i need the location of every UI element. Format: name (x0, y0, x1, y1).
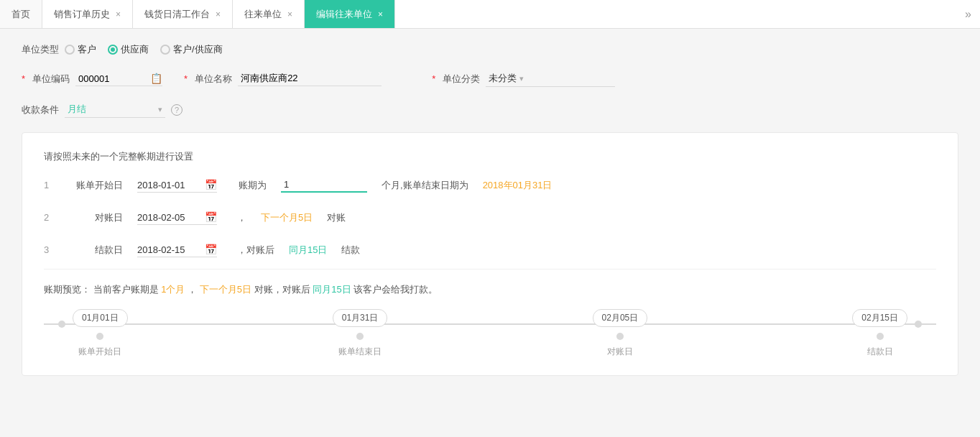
preview-highlight1: 1个月 (161, 284, 185, 295)
radio-both-circle (160, 45, 170, 55)
timeline-dot-2 (616, 333, 624, 340)
field-label-3: 结款日 (73, 244, 123, 257)
radio-customer-label: 客户 (78, 43, 96, 56)
radio-both[interactable]: 客户/供应商 (160, 43, 223, 56)
suffix-after-1: 个月,账单结束日期为 (382, 179, 468, 192)
calendar-icon-3[interactable]: 📅 (205, 244, 217, 255)
field-label-2: 对账日 (73, 211, 123, 224)
timeline-label-2: 对账日 (607, 346, 633, 358)
required-star-code: * (22, 73, 25, 84)
radio-customer[interactable]: 客户 (65, 43, 96, 56)
payment-condition-label: 收款条件 (22, 104, 59, 116)
date-input-2: 📅 (137, 210, 217, 225)
preview-label: 账期预览： (44, 284, 91, 295)
tab-close-counterparty[interactable]: × (287, 9, 292, 19)
preview-highlight3: 同月15日 (313, 284, 351, 295)
radio-supplier-circle (108, 45, 118, 55)
timeline-label-1: 账单结束日 (338, 346, 382, 358)
dropdown-arrow-payment: ▾ (158, 105, 162, 114)
date-input-3: 📅 (137, 242, 217, 257)
unit-code-group: * 单位编码 📋 (22, 72, 162, 86)
tab-edit-counterparty[interactable]: 编辑往来单位 × (305, 0, 395, 28)
radio-supplier[interactable]: 供应商 (108, 43, 149, 56)
tab-expand-button[interactable]: » (956, 0, 980, 28)
unit-code-input[interactable] (75, 72, 147, 86)
tab-close-edit-counterparty[interactable]: × (378, 9, 383, 19)
unit-type-row: 单位类型 客户 供应商 客户/供应商 (22, 43, 958, 56)
preview-text-before: 当前客户账期是 (93, 284, 159, 295)
period-input[interactable] (281, 178, 367, 193)
preview-text-end: 该客户会给我打款。 (353, 284, 438, 295)
timeline-label-0: 账单开始日 (78, 346, 121, 358)
preview-highlight2: 下一个月5日 (200, 284, 251, 295)
timeline-tag-1: 01月31日 (333, 309, 388, 327)
tab-sales-history[interactable]: 销售订单历史 × (42, 0, 133, 28)
help-icon-payment[interactable]: ? (171, 104, 182, 116)
row-num-3: 3 (44, 244, 58, 255)
main-content: 单位类型 客户 供应商 客户/供应商 * 单位编码 (0, 29, 980, 431)
timeline-tag-3: 02月15日 (852, 309, 907, 327)
date-field-3[interactable] (137, 244, 202, 255)
date-input-1: 📅 (137, 178, 217, 193)
billing-row-1: 1 账单开始日 📅 账期为 个月,账单结束日期为 2018年01月31日 (44, 178, 936, 193)
row-num-1: 1 (44, 180, 58, 190)
timeline-dot-1 (356, 333, 364, 340)
preview-text-mid2: 对账，对账后 (254, 284, 310, 295)
preview-text-mid1: ， (188, 284, 197, 295)
unit-type-radio-group: 客户 供应商 客户/供应商 (65, 43, 223, 56)
copy-icon[interactable]: 📋 (150, 73, 162, 84)
unit-name-input-wrap (238, 72, 382, 86)
tabs-bar: 首页 销售订单历史 × 钱货日清工作台 × 往来单位 × 编辑往来单位 × » (0, 0, 980, 29)
billing-section: 请按照未来的一个完整帐期进行设置 1 账单开始日 📅 账期为 个月,账单结束日期… (22, 132, 958, 376)
timeline-point-2: 02月05日 对账日 (593, 309, 648, 358)
timeline-point-1: 01月31日 账单结束日 (333, 309, 388, 358)
timeline-label-3: 结款日 (867, 346, 893, 358)
timeline-tag-2: 02月05日 (593, 309, 648, 327)
payment-condition-group: 收款条件 月结 ▾ ? (22, 101, 182, 118)
highlight-date-1: 2018年01月31日 (483, 179, 553, 192)
unit-code-label: 单位编码 (32, 73, 70, 86)
date-field-2[interactable] (137, 212, 202, 223)
timeline-point-3: 02月15日 结款日 (852, 309, 907, 358)
suffix-2-highlight: 下一个月5日 (261, 211, 313, 224)
date-field-1[interactable] (137, 180, 202, 190)
timeline-tag-0: 01月01日 (73, 309, 128, 327)
billing-row-3: 3 结款日 📅 ，对账后 同月15日 结款 (44, 242, 936, 257)
unit-category-value: 未分类 (489, 72, 517, 85)
dropdown-arrow-category: ▾ (519, 74, 524, 83)
unit-category-group: * 单位分类 未分类 ▾ (432, 70, 615, 87)
field-label-1: 账单开始日 (73, 179, 123, 192)
tab-counterparty[interactable]: 往来单位 × (233, 0, 305, 28)
timeline-point-0: 01月01日 账单开始日 (73, 309, 128, 358)
radio-both-label: 客户/供应商 (173, 43, 223, 56)
payment-condition-value: 月结 (68, 103, 155, 116)
suffix-2-part1: ， (237, 211, 246, 224)
tab-close-sales-history[interactable]: × (116, 9, 121, 19)
tab-close-daily-work[interactable]: × (216, 9, 221, 19)
required-star-name: * (184, 73, 188, 84)
unit-code-input-wrap: 📋 (75, 72, 162, 86)
calendar-icon-1[interactable]: 📅 (205, 179, 217, 190)
suffix-3-highlight: 同月15日 (289, 244, 327, 257)
calendar-icon-2[interactable]: 📅 (205, 211, 217, 223)
timeline-points: 01月01日 账单开始日 01月31日 账单结束日 02月05日 对账日 02月… (44, 309, 936, 358)
radio-customer-circle (65, 45, 75, 55)
timeline-dot-3 (877, 333, 884, 340)
payment-row: 收款条件 月结 ▾ ? (22, 101, 958, 118)
timeline: 01月01日 账单开始日 01月31日 账单结束日 02月05日 对账日 02月… (44, 309, 936, 358)
unit-type-group: 单位类型 客户 供应商 客户/供应商 (22, 43, 223, 56)
suffix-3-part1: ，对账后 (237, 244, 274, 257)
required-star-category: * (432, 73, 435, 84)
suffix-2-part2: 对账 (327, 211, 346, 224)
unit-category-dropdown[interactable]: 未分类 ▾ (486, 70, 615, 87)
payment-condition-dropdown[interactable]: 月结 ▾ (65, 101, 165, 118)
row-num-2: 2 (44, 212, 58, 223)
unit-name-group: * 单位名称 (184, 72, 382, 86)
suffix-3-part2: 结款 (341, 244, 360, 257)
unit-name-input[interactable] (238, 72, 353, 86)
suffix-before-1: 账期为 (239, 179, 267, 192)
section-instruction: 请按照未来的一个完整帐期进行设置 (44, 150, 936, 163)
tab-home[interactable]: 首页 (0, 0, 42, 28)
section-divider (44, 269, 936, 270)
tab-daily-work[interactable]: 钱货日清工作台 × (133, 0, 233, 28)
